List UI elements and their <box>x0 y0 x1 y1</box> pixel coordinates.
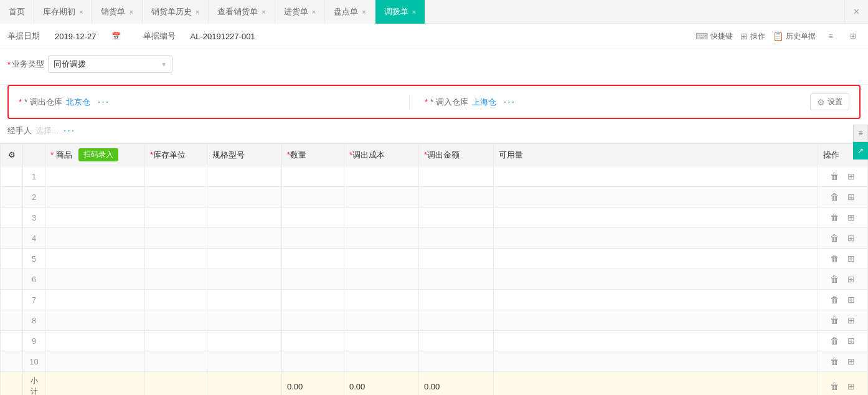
row-product[interactable] <box>45 310 145 331</box>
row-qty <box>282 310 344 331</box>
row-product[interactable] <box>45 331 145 351</box>
delete-icon[interactable]: 🗑 <box>828 211 841 224</box>
row-unit <box>145 290 207 310</box>
transfer-out-field: * * 调出仓库 北京仓 ··· <box>19 97 394 108</box>
row-product[interactable] <box>45 166 145 187</box>
side-list-btn[interactable]: ≡ <box>853 125 868 142</box>
calendar-icon[interactable]: 📅 <box>111 32 121 40</box>
tab-home[interactable]: 首页 <box>0 0 34 24</box>
row-available <box>494 207 818 228</box>
handler-select[interactable]: 选择... <box>35 125 59 136</box>
tab-inventory-init-close[interactable]: × <box>79 8 83 16</box>
row-product[interactable] <box>45 228 145 249</box>
row-product[interactable] <box>45 187 145 207</box>
row-action: 🗑 ⊞ <box>818 166 868 187</box>
delete-icon[interactable]: 🗑 <box>828 273 841 285</box>
settings-btn[interactable]: ⚙ 设置 <box>810 93 849 110</box>
transfer-out-more[interactable]: ··· <box>98 97 110 108</box>
tab-sales-history-label: 销货单历史 <box>151 6 192 17</box>
transfer-in-required: * <box>425 97 428 107</box>
tab-sales-order[interactable]: 销货单 × <box>92 0 142 24</box>
copy-icon[interactable]: ⊞ <box>845 252 857 265</box>
business-type-required: * <box>7 60 11 69</box>
th-available: 可用量 <box>494 144 818 166</box>
copy-icon[interactable]: ⊞ <box>845 211 857 224</box>
row-num: 3 <box>23 207 45 228</box>
shortcuts-label: 快捷键 <box>710 31 733 42</box>
transfer-out-label: * 调出仓库 <box>24 97 62 108</box>
row-gear <box>1 331 23 351</box>
row-cost <box>344 290 419 310</box>
row-cost <box>344 187 419 207</box>
row-product[interactable] <box>45 269 145 290</box>
th-gear[interactable]: ⚙ <box>1 144 23 166</box>
row-amount <box>419 228 494 249</box>
row-qty <box>282 269 344 290</box>
row-num: 7 <box>23 290 45 310</box>
tab-sales-history[interactable]: 销货单历史 × <box>143 0 209 24</box>
tab-view-sales-close[interactable]: × <box>262 8 265 16</box>
delete-icon[interactable]: 🗑 <box>828 293 841 306</box>
row-product[interactable] <box>45 207 145 228</box>
table-row: 3 🗑 ⊞ <box>1 207 868 228</box>
th-spec: 规格型号 <box>207 144 282 166</box>
delete-icon[interactable]: 🗑 <box>828 314 841 326</box>
copy-icon[interactable]: ⊞ <box>845 380 857 393</box>
date-value: 2019-12-27 <box>55 32 97 41</box>
delete-icon[interactable]: 🗑 <box>828 191 841 203</box>
delete-icon[interactable]: 🗑 <box>828 380 841 393</box>
tab-sales-history-close[interactable]: × <box>196 8 199 16</box>
number-value: AL-20191227-001 <box>191 32 255 41</box>
handler-more[interactable]: ··· <box>64 125 75 136</box>
tab-view-sales[interactable]: 查看销货单 × <box>209 0 275 24</box>
delete-icon[interactable]: 🗑 <box>828 170 841 183</box>
row-product[interactable] <box>45 290 145 310</box>
row-qty <box>282 331 344 351</box>
delete-icon[interactable]: 🗑 <box>828 252 841 265</box>
row-product[interactable] <box>45 351 145 372</box>
copy-icon[interactable]: ⊞ <box>845 314 857 326</box>
transfer-in-more[interactable]: ··· <box>504 97 516 108</box>
th-cost: *调出成本 <box>344 144 419 166</box>
copy-icon[interactable]: ⊞ <box>845 355 857 368</box>
form-area: * 业务类型 同价调拨 ▼ <box>0 49 868 85</box>
scan-btn[interactable]: 扫码录入 <box>78 148 118 161</box>
copy-icon[interactable]: ⊞ <box>845 232 857 244</box>
row-cost <box>344 331 419 351</box>
tab-sales-order-close[interactable]: × <box>129 8 133 16</box>
tab-purchase-close[interactable]: × <box>312 8 316 16</box>
business-type-select[interactable]: 同价调拨 ▼ <box>48 55 172 73</box>
tab-transfer-close[interactable]: × <box>412 8 416 16</box>
warehouse-section: * * 调出仓库 北京仓 ··· * * 调入仓库 上海仓 ··· ⚙ 设置 <box>7 85 861 119</box>
operations-btn[interactable]: ⊞ 操作 <box>740 31 765 42</box>
copy-icon[interactable]: ⊞ <box>845 170 857 183</box>
delete-icon[interactable]: 🗑 <box>828 355 841 368</box>
shortcuts-btn[interactable]: ⌨ 快捷键 <box>696 31 733 42</box>
grid-view-btn[interactable]: ⊞ <box>846 29 861 44</box>
row-cost <box>344 351 419 372</box>
th-product-required: * <box>50 150 54 159</box>
delete-icon[interactable]: 🗑 <box>828 335 841 347</box>
tab-purchase-label: 进货单 <box>284 6 308 17</box>
tab-inventory-check[interactable]: 盘点单 × <box>325 0 375 24</box>
history-btn[interactable]: 📋 历史单据 <box>773 31 816 42</box>
side-expand-btn[interactable]: ↗ <box>853 142 868 159</box>
operations-icon: ⊞ <box>740 31 748 41</box>
tab-inventory-check-close[interactable]: × <box>362 8 366 16</box>
shortcuts-icon: ⌨ <box>696 31 708 41</box>
history-label: 历史单据 <box>786 31 816 42</box>
row-spec <box>207 351 282 372</box>
row-available <box>494 269 818 290</box>
copy-icon[interactable]: ⊞ <box>845 335 857 347</box>
copy-icon[interactable]: ⊞ <box>845 273 857 285</box>
tab-purchase[interactable]: 进货单 × <box>275 0 325 24</box>
window-close-btn[interactable]: × <box>844 0 868 24</box>
tab-inventory-init[interactable]: 库存期初 × <box>34 0 92 24</box>
copy-icon[interactable]: ⊞ <box>845 191 857 203</box>
copy-icon[interactable]: ⊞ <box>845 293 857 306</box>
delete-icon[interactable]: 🗑 <box>828 232 841 244</box>
row-product[interactable] <box>45 249 145 269</box>
list-view-btn[interactable]: ≡ <box>823 29 838 44</box>
tab-transfer[interactable]: 调拨单 × <box>375 0 425 24</box>
date-label: 单据日期 <box>7 31 40 42</box>
